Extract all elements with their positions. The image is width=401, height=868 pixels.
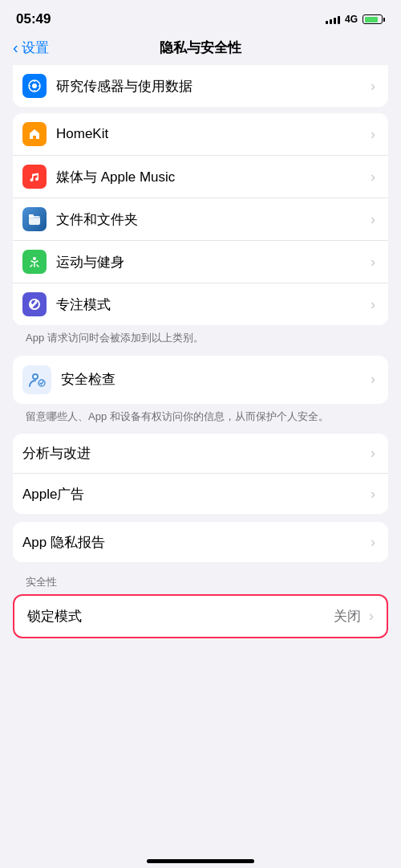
apple-music-label: 媒体与 Apple Music (56, 168, 366, 186)
security-check-item[interactable]: 安全检查 › (13, 356, 388, 404)
analytics-section: 分析与改进 › Apple广告 › (13, 434, 388, 514)
apple-music-chevron-icon: › (371, 169, 375, 185)
lockdown-section: 锁定模式 关闭 › (13, 594, 388, 638)
back-button[interactable]: ‹ 设置 (13, 39, 49, 57)
security-check-chevron-icon: › (371, 371, 375, 388)
fitness-label: 运动与健身 (56, 253, 366, 271)
back-label: 设置 (22, 39, 49, 57)
lockdown-item[interactable]: 锁定模式 关闭 › (14, 596, 387, 637)
apple-music-icon (22, 165, 47, 189)
signal-icon (326, 14, 340, 24)
focus-label: 专注模式 (56, 295, 366, 314)
security-check-label: 安全检查 (61, 370, 366, 389)
page-title: 隐私与安全性 (160, 39, 241, 57)
svg-point-8 (33, 257, 36, 260)
analytics-label: 分析与改进 (22, 444, 366, 463)
status-time: 05:49 (16, 11, 51, 27)
files-icon (22, 207, 47, 231)
privacy-report-label: App 隐私报告 (22, 533, 366, 552)
home-indicator (0, 853, 401, 868)
main-items-card: HomeKit › 媒体与 Apple Music › 文件和文件夹 (13, 113, 388, 325)
lockdown-value: 关闭 › (334, 607, 374, 626)
apple-ads-label: Apple广告 (22, 485, 366, 503)
files-item[interactable]: 文件和文件夹 › (13, 198, 388, 241)
lockdown-section-header: 实全性 (13, 570, 388, 594)
apple-ads-item[interactable]: Apple广告 › (13, 474, 388, 514)
lockdown-label: 锁定模式 (27, 607, 82, 626)
battery-icon (363, 14, 385, 24)
privacy-report-section: App 隐私报告 › (13, 522, 388, 562)
apple-music-item[interactable]: 媒体与 Apple Music › (13, 156, 388, 198)
apple-ads-chevron-icon: › (371, 486, 375, 503)
privacy-report-item[interactable]: App 隐私报告 › (13, 522, 388, 562)
privacy-report-chevron-icon: › (371, 534, 375, 551)
sensor-icon (22, 74, 47, 98)
privacy-report-card: App 隐私报告 › (13, 522, 388, 562)
main-items-section: HomeKit › 媒体与 Apple Music › 文件和文件夹 (13, 113, 388, 348)
main-items-footer: App 请求访问时会被添加到以上类别。 (13, 325, 388, 348)
home-bar (147, 859, 254, 863)
security-check-icon (22, 365, 51, 394)
sensor-chevron-icon: › (371, 78, 375, 95)
signal-4g-label: 4G (345, 14, 358, 25)
files-chevron-icon: › (371, 211, 375, 228)
partial-section: 研究传感器与使用数据 › (13, 65, 388, 107)
status-bar: 05:49 4G (0, 0, 401, 34)
svg-rect-7 (29, 214, 34, 218)
sensor-research-item[interactable]: 研究传感器与使用数据 › (13, 65, 388, 107)
homekit-label: HomeKit (56, 126, 366, 142)
focus-chevron-icon: › (371, 296, 375, 313)
focus-item[interactable]: 专注模式 › (13, 283, 388, 325)
fitness-item[interactable]: 运动与健身 › (13, 241, 388, 283)
analytics-chevron-icon: › (371, 445, 375, 462)
files-label: 文件和文件夹 (56, 210, 366, 229)
lockdown-value-text: 关闭 (334, 607, 361, 626)
svg-point-10 (34, 375, 37, 378)
back-chevron-icon: ‹ (13, 39, 18, 55)
svg-point-1 (32, 84, 37, 88)
fitness-icon (22, 250, 47, 274)
focus-icon (22, 292, 47, 316)
homekit-chevron-icon: › (371, 126, 375, 143)
analytics-item[interactable]: 分析与改进 › (13, 434, 388, 474)
security-check-footer: 留意哪些人、App 和设备有权访问你的信息，从而保护个人安全。 (13, 404, 388, 426)
security-check-section: 安全检查 › 留意哪些人、App 和设备有权访问你的信息，从而保护个人安全。 (13, 356, 388, 426)
nav-header: ‹ 设置 隐私与安全性 (0, 34, 401, 65)
homekit-icon (22, 122, 47, 146)
status-icons: 4G (326, 14, 385, 25)
fitness-chevron-icon: › (371, 254, 375, 271)
lockdown-chevron-icon: › (369, 608, 374, 625)
analytics-card: 分析与改进 › Apple广告 › (13, 434, 388, 514)
sensor-research-label: 研究传感器与使用数据 (56, 77, 366, 96)
homekit-item[interactable]: HomeKit › (13, 113, 388, 156)
